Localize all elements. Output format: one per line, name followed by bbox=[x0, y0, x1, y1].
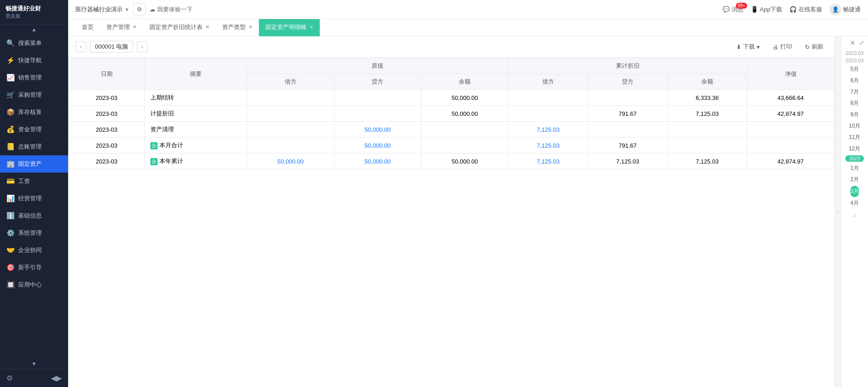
sidebar-item-label: 库存核算 bbox=[18, 108, 42, 116]
table-row: 2023-03 计提折旧 50,000.00 791.67 7,125.03 4… bbox=[69, 106, 834, 122]
cell-acc-balance: 7,125.03 bbox=[667, 106, 747, 122]
topbar-left: 医疗器械行业演示 ▼ ⚙ ☁ 我要体验一下 bbox=[75, 3, 193, 16]
tab-close-icon[interactable]: ✕ bbox=[248, 24, 253, 30]
sidebar-item-newguide[interactable]: 🎯 新手引导 bbox=[0, 259, 68, 276]
cell-orig-credit: 50,000.00 bbox=[334, 122, 421, 138]
right-month-item[interactable]: 10月 bbox=[849, 120, 860, 132]
panel-expand-icon[interactable]: › bbox=[834, 36, 841, 387]
cell-net-value: 42,874.97 bbox=[747, 154, 834, 169]
right-month-item[interactable]: 5月 bbox=[849, 64, 860, 75]
enterprise-icon: 🤝 bbox=[6, 246, 15, 254]
subtotal-badge: 合 bbox=[150, 142, 158, 149]
experience-button[interactable]: ☁ 我要体验一下 bbox=[149, 5, 193, 14]
settings-footer-icon[interactable]: ⚙ bbox=[6, 374, 13, 382]
sidebar-item-ledger[interactable]: 📒 总账管理 bbox=[0, 138, 68, 155]
sidebar-item-purchase[interactable]: 🛒 采购管理 bbox=[0, 86, 68, 104]
table-row: 2023-03 合本年累计 50,000.00 50,000.00 50,000… bbox=[69, 154, 834, 169]
right-month-item[interactable]: 1月 bbox=[848, 163, 862, 174]
print-label: 打印 bbox=[780, 43, 792, 51]
tab-label: 资产类型 bbox=[222, 23, 246, 31]
sidebar-item-quicknav[interactable]: ⚡ 快捷导航 bbox=[0, 52, 68, 69]
refresh-icon: ↻ bbox=[805, 44, 810, 50]
sidebar-item-capital[interactable]: 💰 资金管理 bbox=[0, 121, 68, 138]
collapse-sidebar-icon[interactable]: ◀▶ bbox=[51, 374, 62, 382]
right-month-item[interactable]: 2月 bbox=[848, 174, 862, 185]
prev-asset-button[interactable]: ‹ bbox=[75, 41, 86, 52]
headset-icon: 🎧 bbox=[789, 6, 797, 13]
sidebar-scroll-up[interactable]: ▲ bbox=[0, 25, 68, 35]
col-orig-debit: 借方 bbox=[247, 74, 334, 90]
message-button[interactable]: 💬 消息 99+ bbox=[723, 5, 744, 14]
refresh-button[interactable]: ↻ 刷新 bbox=[801, 41, 827, 53]
right-month-item[interactable]: 7月 bbox=[849, 86, 860, 98]
company-selector[interactable]: 医疗器械行业演示 ▼ bbox=[75, 5, 129, 14]
quicknav-icon: ⚡ bbox=[6, 56, 15, 64]
tab-asset-type[interactable]: 资产类型 ✕ bbox=[216, 19, 259, 36]
sidebar-item-salary[interactable]: 💳 工资 bbox=[0, 173, 68, 190]
tabbar: 首页 资产管理 ✕ 固定资产折旧统计表 ✕ 资产类型 ✕ 固定资产明细账 ✕ bbox=[68, 19, 868, 36]
app-download-button[interactable]: 📱 App下载 bbox=[751, 5, 782, 14]
next-asset-button[interactable]: › bbox=[137, 41, 148, 52]
right-months-top: 5月6月7月8月9月10月11月12月 bbox=[849, 64, 860, 154]
right-scroll-down-icon[interactable]: ↓ bbox=[853, 209, 856, 220]
sidebar-item-system[interactable]: ⚙️ 系统管理 bbox=[0, 224, 68, 242]
download-button[interactable]: ⬇ 下载 ▾ bbox=[733, 41, 764, 53]
sidebar-item-sales[interactable]: 📈 销售管理 bbox=[0, 69, 68, 86]
right-month-item[interactable]: 11月 bbox=[849, 132, 860, 143]
asset-nav-left: ‹ 000001 电脑 › bbox=[75, 41, 148, 53]
right-month-item[interactable]: 12月 bbox=[849, 143, 860, 154]
sidebar-item-label: 采购管理 bbox=[18, 91, 42, 99]
asset-code-display: 000001 电脑 bbox=[90, 41, 133, 53]
tab-asset-management[interactable]: 资产管理 ✕ bbox=[100, 19, 143, 36]
col-acc-credit: 贷方 bbox=[588, 74, 667, 90]
tab-depreciation-table[interactable]: 固定资产折旧统计表 ✕ bbox=[143, 19, 216, 36]
asset-nav: ‹ 000001 电脑 › ⬇ 下载 ▾ 🖨 打印 ↻ bbox=[68, 36, 834, 58]
cell-acc-balance bbox=[667, 122, 747, 138]
right-month-item[interactable]: 8月 bbox=[849, 98, 860, 109]
sidebar-item-enterprise[interactable]: 🤝 企业协同 bbox=[0, 242, 68, 259]
sidebar-item-inventory[interactable]: 📦 库存核算 bbox=[0, 104, 68, 121]
user-info[interactable]: 👤 畅捷通 bbox=[829, 4, 861, 15]
sidebar-item-fixed-assets[interactable]: 🏢 固定资产 bbox=[0, 155, 68, 173]
online-service-button[interactable]: 🎧 在线客服 bbox=[789, 5, 822, 14]
right-month-item[interactable]: 6月 bbox=[849, 75, 860, 86]
inventory-icon: 📦 bbox=[6, 108, 15, 116]
cell-net-value bbox=[747, 122, 834, 138]
table-body: 2023-03 上期结转 50,000.00 6,333.36 43,666.6… bbox=[69, 90, 834, 169]
table-container: 日期 摘要 原值 累计折旧 净值 借方 贷方 余额 借方 贷方 余额 bbox=[68, 58, 834, 387]
sidebar-item-base-info[interactable]: ℹ️ 基础信息 bbox=[0, 207, 68, 224]
sidebar-item-label: 应用中心 bbox=[18, 281, 42, 289]
cell-orig-debit bbox=[247, 122, 334, 138]
phone-icon: 📱 bbox=[751, 6, 758, 13]
sidebar-scroll-down[interactable]: ▼ bbox=[0, 359, 68, 369]
tab-label: 固定资产折旧统计表 bbox=[149, 23, 203, 31]
tab-close-icon[interactable]: ✕ bbox=[133, 24, 137, 30]
cell-date: 2023-03 bbox=[69, 90, 145, 106]
right-year-badge[interactable]: 2023 bbox=[845, 155, 863, 162]
sidebar-item-operations[interactable]: 📊 经营管理 bbox=[0, 190, 68, 207]
message-icon: 💬 bbox=[723, 6, 730, 13]
topbar: 医疗器械行业演示 ▼ ⚙ ☁ 我要体验一下 💬 消息 99+ 📱 App下载 bbox=[68, 0, 868, 19]
cell-summary: 资产清理 bbox=[145, 122, 247, 138]
tab-close-icon[interactable]: ✕ bbox=[309, 24, 313, 30]
company-settings-button[interactable]: ⚙ bbox=[133, 3, 146, 16]
tab-home[interactable]: 首页 bbox=[75, 19, 100, 36]
right-month-item[interactable]: 9月 bbox=[849, 109, 860, 120]
print-button[interactable]: 🖨 打印 bbox=[769, 41, 796, 53]
tab-asset-ledger[interactable]: 固定资产明细账 ✕ bbox=[259, 19, 320, 36]
salary-icon: 💳 bbox=[6, 177, 15, 185]
right-month-item[interactable]: 4月 bbox=[848, 198, 862, 209]
tab-close-icon[interactable]: ✕ bbox=[205, 24, 209, 30]
sidebar-item-apps[interactable]: 🔲 应用中心 bbox=[0, 276, 68, 293]
cell-acc-debit bbox=[508, 90, 588, 106]
panel-close-icon[interactable]: ✕ bbox=[849, 38, 856, 47]
col-accumulated: 累计折旧 bbox=[508, 58, 747, 74]
sidebar-item-label: 系统管理 bbox=[18, 229, 42, 237]
right-month-active[interactable]: 3月 bbox=[850, 186, 859, 197]
cell-orig-credit: 50,000.00 bbox=[334, 154, 421, 169]
panel-expand-btn[interactable]: ⤢ bbox=[858, 38, 865, 47]
newguide-icon: 🎯 bbox=[6, 263, 15, 272]
cell-acc-debit: 7,125.03 bbox=[508, 122, 588, 138]
sidebar-item-search[interactable]: 🔍 搜索菜单 bbox=[0, 35, 68, 52]
col-date: 日期 bbox=[69, 58, 145, 90]
